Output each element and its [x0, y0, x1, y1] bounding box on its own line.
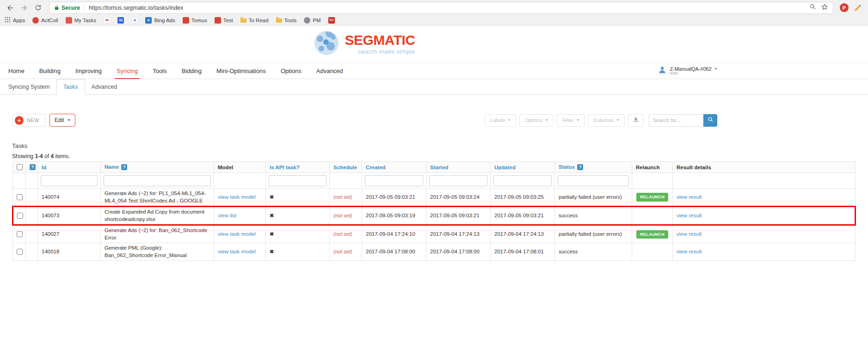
relaunch-button[interactable]: RELAUNCH [636, 193, 668, 201]
bookmark-item[interactable]: PM [304, 17, 320, 24]
row-checkbox[interactable] [17, 249, 23, 255]
new-button[interactable]: + NEW [12, 114, 46, 127]
bookmark-item[interactable]: Test [215, 17, 233, 24]
filter-id-input[interactable] [41, 175, 98, 186]
refresh-icon[interactable] [31, 1, 44, 14]
row-checkbox[interactable] [17, 194, 23, 200]
empty-cell [26, 225, 38, 243]
search-button[interactable] [703, 114, 717, 127]
view-result-link[interactable]: view result [677, 194, 702, 200]
nav-item-tools[interactable]: Tools [145, 63, 174, 79]
tab-advanced[interactable]: Advanced [85, 79, 124, 94]
logo-tagline: search made simple [345, 48, 415, 55]
edit-dropdown-button[interactable]: Edit [49, 114, 75, 127]
column-header-is-api[interactable]: Is API task? [266, 162, 330, 173]
table-row: 140074 Generate Ads (~2) for: PL1_054-ML… [13, 189, 856, 207]
column-header-updated[interactable]: Updated [491, 162, 555, 173]
nav-item-improving[interactable]: Improving [68, 63, 109, 79]
back-icon[interactable] [4, 1, 17, 14]
model-link[interactable]: view task model [218, 194, 256, 200]
column-header-created[interactable]: Created [362, 162, 426, 173]
column-header-started[interactable]: Started [426, 162, 491, 173]
nav-item-advanced[interactable]: Advanced [309, 63, 351, 79]
bookmark-item-apps[interactable]: Apps [5, 17, 25, 24]
help-icon[interactable]: ? [121, 164, 127, 170]
filter-created-input[interactable] [365, 175, 423, 186]
filter-started-input[interactable] [429, 175, 487, 186]
bookmark-item[interactable]: M [104, 17, 110, 24]
secure-indicator[interactable]: Secure [54, 5, 80, 11]
model-link[interactable]: view task model [218, 249, 256, 254]
star-icon[interactable] [821, 3, 828, 12]
column-header-name[interactable]: Name? [101, 162, 214, 173]
filter-is-api-input[interactable] [269, 175, 326, 186]
empty-cell [13, 173, 26, 189]
caret-down-icon [616, 119, 619, 121]
schedule-value: (not set) [333, 231, 352, 237]
site-logo[interactable]: SEGMATIC search made simple [0, 25, 729, 62]
view-result-link[interactable]: view result [677, 249, 702, 254]
options-dropdown-button[interactable]: Options [519, 114, 554, 127]
bookmark-item[interactable]: Tools [276, 18, 297, 23]
help-icon[interactable]: ? [30, 164, 36, 170]
user-name: Z-ManualQA-#062 [670, 66, 712, 72]
bookmark-favicon-icon [215, 17, 221, 24]
schedule-value: (not set) [333, 194, 352, 200]
columns-dropdown-button[interactable]: Columns [588, 114, 625, 127]
task-name: Create Expanded Ad Copy from document sh… [101, 207, 214, 225]
column-header-schedule[interactable]: Schedule [330, 162, 362, 173]
cross-icon: ✖ [270, 249, 274, 254]
empty-cell [632, 207, 673, 225]
filter-dropdown-button[interactable]: Filter [557, 114, 585, 127]
task-id: 140018 [38, 243, 101, 261]
nav-item-syncing[interactable]: Syncing [109, 63, 145, 79]
table-row: 140027 Generate Ads (~2) for: Ban_062_Sh… [13, 225, 856, 243]
user-avatar-icon [658, 65, 667, 76]
url-text[interactable]: https://tomus.segmatic.io/tasks/index [89, 5, 809, 11]
tab-tasks[interactable]: Tasks [56, 79, 85, 95]
filter-status-input[interactable] [558, 175, 629, 186]
export-button[interactable] [628, 114, 644, 127]
bookmark-item[interactable]: A [131, 17, 138, 24]
created-value: 2017-09-05 09:03:19 [362, 207, 426, 225]
bookmark-item[interactable]: To Read [240, 18, 269, 23]
view-result-link[interactable]: view result [677, 213, 702, 218]
labels-dropdown-button[interactable]: Labels [485, 114, 516, 127]
view-result-link[interactable]: view result [677, 231, 702, 237]
column-header-status[interactable]: Status? [555, 162, 632, 173]
nav-item-bidding[interactable]: Bidding [174, 63, 209, 79]
nav-item-home[interactable]: Home [1, 63, 32, 79]
nav-item-mini-optimisations[interactable]: Mini-Optimisations [209, 63, 273, 79]
filter-updated-input[interactable] [493, 175, 552, 186]
empty-cell [26, 207, 38, 225]
address-separator [84, 4, 85, 12]
nav-item-options[interactable]: Options [273, 63, 309, 79]
select-all-checkbox[interactable] [17, 164, 23, 170]
row-checkbox[interactable] [17, 231, 23, 237]
tab-syncing-system[interactable]: Syncing System [2, 79, 56, 94]
user-account-id: #280 [670, 72, 718, 76]
extension-pencil-icon[interactable] [851, 1, 864, 14]
bookmark-item[interactable]: Tomus [183, 17, 207, 24]
bookmark-item[interactable]: 31 [117, 17, 124, 24]
user-menu[interactable]: Z-ManualQA-#062 #280 [658, 63, 718, 79]
forward-icon[interactable] [18, 1, 31, 14]
filter-name-input[interactable] [104, 175, 211, 186]
search-input[interactable] [649, 114, 703, 127]
bookmark-item[interactable]: b Bing Ads [145, 17, 175, 24]
nav-item-building[interactable]: Building [32, 63, 68, 79]
bookmark-item[interactable]: TC [328, 17, 335, 24]
zoom-icon[interactable] [809, 3, 816, 12]
extension-p-icon[interactable]: P [840, 3, 849, 12]
relaunch-button[interactable]: RELAUNCH [636, 230, 668, 239]
bookmark-item[interactable]: My Tasks [66, 17, 97, 24]
row-checkbox[interactable] [17, 213, 23, 219]
model-link[interactable]: view list [218, 213, 236, 218]
bookmark-item[interactable]: ActColl [32, 17, 58, 24]
column-header-id[interactable]: Id [38, 162, 101, 173]
model-link[interactable]: view task model [218, 231, 256, 237]
empty-cell [214, 173, 266, 189]
help-icon[interactable]: ? [577, 164, 583, 170]
address-bar[interactable]: Secure https://tomus.segmatic.io/tasks/i… [49, 2, 833, 14]
schedule-value: (not set) [333, 249, 352, 254]
